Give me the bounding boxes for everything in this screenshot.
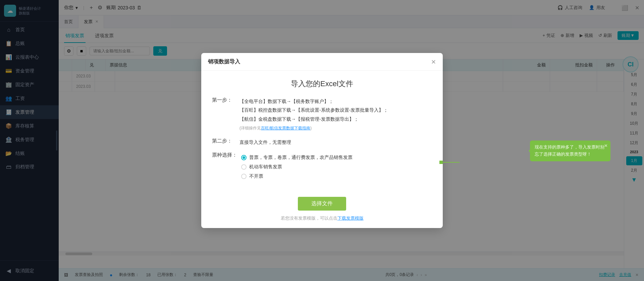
download-template-link[interactable]: 下载发票模版 [337,216,364,221]
radio-motor-circle [241,164,247,170]
modal-title: 销项数据导入 [208,58,240,65]
modal-overlay: 销项数据导入 ✕ 导入您的Excel文件 第一步： 【全电平台】数据下载→【税务… [0,0,644,281]
radio-non-label: 不开票 [249,173,263,179]
step1-line-3: 【航信】金税盘数据下载→【报税管理-发票数据导出】； [239,116,359,122]
step2-label: 第二步： [212,138,235,147]
download-hint: 若您没有发票模版，可以点击下载发票模版 [212,215,432,221]
radio-motor-label: 机动车销售发票 [249,164,282,170]
modal-close-button[interactable]: ✕ [431,58,436,66]
ticket-label: 票种选择： [212,152,237,179]
radio-general[interactable]: 普票，专票，卷票，通行费发票，农产品销售发票 [241,155,353,161]
step1-guide-link[interactable]: 百旺/航信发票数据下载指南 [261,126,310,130]
import-title: 导入您的Excel文件 [212,79,432,89]
tooltip-line [443,162,460,163]
tooltip-dot [439,161,443,164]
radio-general-circle [241,155,247,160]
modal-header: 销项数据导入 ✕ [201,53,443,71]
step1-line-1: 【全电平台】数据下载→【税务数字账户】； [239,99,333,104]
step2-content: 直接导入文件，无需整理 [239,138,291,147]
step1-content: 【全电平台】数据下载→【税务数字账户】； 【百旺】税控盘数据下载→【系统设置-系… [239,97,388,132]
import-modal: 销项数据导入 ✕ 导入您的Excel文件 第一步： 【全电平台】数据下载→【税务… [201,53,443,228]
radio-non-circle [241,174,247,179]
modal-body: 导入您的Excel文件 第一步： 【全电平台】数据下载→【税务数字账户】； 【百… [201,71,443,193]
radio-group: 普票，专票，卷票，通行费发票，农产品销售发票 机动车销售发票 不开票 [241,155,353,179]
radio-non[interactable]: 不开票 [241,173,353,179]
ticket-type-row: 票种选择： 普票，专票，卷票，通行费发票，农产品销售发票 机动车销售发票 不开票 [212,152,432,179]
tooltip-close-button[interactable]: ✕ [604,143,608,150]
tooltip-text: 现在支持的票种多了，导入发票时别忘了选择正确的发票类型呀！ [535,145,604,157]
step-1: 第一步： 【全电平台】数据下载→【税务数字账户】； 【百旺】税控盘数据下载→【系… [212,97,432,132]
step1-label: 第一步： [212,97,235,132]
step1-note: (详细操作见百旺/航信发票数据下载指南) [239,126,312,130]
tooltip-bubble: ✕ 现在支持的票种多了，导入发票时别忘了选择正确的发票类型呀！ [530,140,610,161]
modal-footer: 选择文件 若您没有发票模版，可以点击下载发票模版 [201,193,443,228]
step-2: 第二步： 直接导入文件，无需整理 [212,138,432,147]
radio-motor[interactable]: 机动车销售发票 [241,164,353,170]
step1-line-2: 【百旺】税控盘数据下载→【系统设置-系统参数设置-发票批量导入】； [239,107,388,113]
select-file-button[interactable]: 选择文件 [298,197,346,211]
radio-general-label: 普票，专票，卷票，通行费发票，农产品销售发票 [249,155,353,161]
